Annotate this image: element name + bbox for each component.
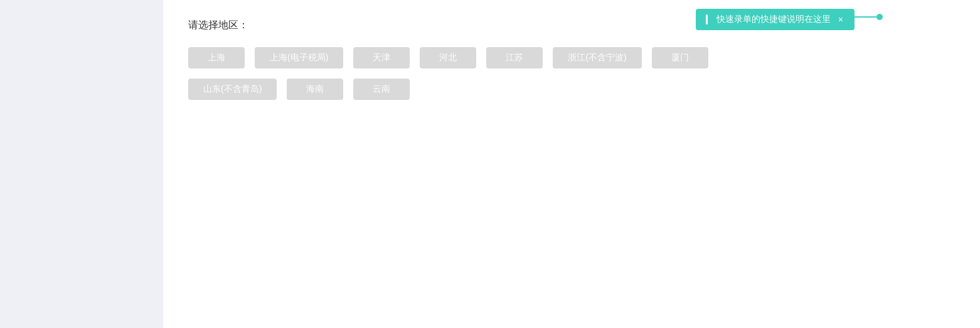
region-btn-xiamen[interactable]: 厦门 xyxy=(652,47,708,68)
region-btn-shandong[interactable]: 山东(不含青岛) xyxy=(188,79,277,100)
region-btn-tianjin[interactable]: 天津 xyxy=(353,47,410,68)
region-btn-shanghai-etax[interactable]: 上海(电子税局) xyxy=(255,47,343,68)
tooltip-close-button[interactable]: × xyxy=(837,14,844,25)
left-sidebar xyxy=(0,0,163,328)
region-btn-yunnan[interactable]: 云南 xyxy=(353,79,410,100)
main-content: 请选择地区： 上海 上海(电子税局) 天津 河北 江苏 浙江(不含宁波) 厦门 … xyxy=(163,0,980,328)
connector-dot xyxy=(876,14,883,20)
region-btn-hainan[interactable]: 海南 xyxy=(287,79,343,100)
region-buttons-container: 上海 上海(电子税局) 天津 河北 江苏 浙江(不含宁波) 厦门 xyxy=(188,47,955,68)
region-btn-jiangsu[interactable]: 江苏 xyxy=(486,47,543,68)
tooltip-text: 快速录单的快捷键说明在这里 xyxy=(716,14,831,25)
region-btn-hebei[interactable]: 河北 xyxy=(420,47,476,68)
region-btn-shanghai[interactable]: 上海 xyxy=(188,47,245,68)
region-buttons-row2: 山东(不含青岛) 海南 云南 xyxy=(188,79,955,100)
region-btn-zhejiang[interactable]: 浙江(不含宁波) xyxy=(553,47,641,68)
tooltip-banner: 快速录单的快捷键说明在这里 × xyxy=(696,9,855,30)
